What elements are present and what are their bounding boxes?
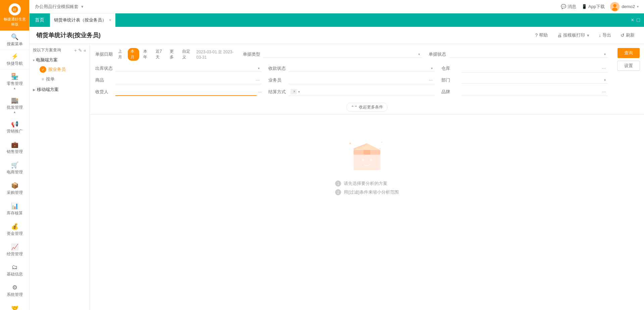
scheme-mobile-group: ▶ 移动端方案 — [30, 85, 90, 94]
quick-icon: ⚡ — [11, 53, 18, 60]
app-icon: 📱 — [582, 4, 587, 9]
empty-state: ✦ ✦ ✦ 1 请先选择要分析的方案 2 用[过滤]条件来缩小分析范围 — [90, 115, 644, 215]
tabbar-window-controls: × □ — [631, 17, 644, 23]
topbar-right: 💬 消息 📱 App下载 demo2 ▾ — [561, 2, 639, 11]
filter-docstate-item: 单据状态 ▾ — [429, 51, 608, 58]
sidebar-item-basic[interactable]: 🗂 基础信息 — [0, 260, 29, 280]
app-logo-text: 畅捷通好生意 标版 — [4, 17, 26, 27]
sidebar-item-marketing[interactable]: 📢 营销推广 — [0, 117, 29, 138]
filter-area: 单据日期 上月 本月 本年 近7天 更多 自定义 — [90, 44, 644, 310]
tip-label-1: 请先选择要分析的方案 — [344, 180, 387, 187]
user-menu[interactable]: demo2 ▾ — [610, 2, 639, 11]
svg-text:好: 好 — [13, 8, 16, 11]
date-tab-more[interactable]: 更多 — [167, 48, 178, 61]
tip-label-2: 用[过滤]条件来缩小分析范围 — [344, 189, 398, 195]
window-close-icon[interactable]: × — [631, 17, 634, 23]
tab-active[interactable]: 销货单统计表（按业务员） × — [50, 13, 115, 27]
filter-paystate-item: 收款状态 ▾ — [268, 65, 435, 72]
logo-icon: 好 — [9, 3, 21, 15]
sidebar-retail-label: 零售管理 — [7, 81, 23, 87]
filter-paymethod-select[interactable]: × ▾ — [288, 88, 435, 96]
filter-docstate-label: 单据状态 — [429, 51, 449, 57]
scheme-edit-icon[interactable]: ✎ — [78, 48, 82, 53]
filter-product-select[interactable]: ··· — [115, 76, 262, 84]
export-button[interactable]: ↓ 导出 — [596, 31, 614, 40]
filter-dept-select[interactable]: ▾ — [462, 77, 608, 84]
filter-salesman-select[interactable]: ··· — [288, 76, 435, 84]
query-button[interactable]: 查询 — [618, 48, 640, 58]
page-title: 销货单统计表(按业务员) — [36, 31, 101, 39]
tip-num-1: 1 — [335, 180, 341, 187]
scheme-desktop-group-title[interactable]: ▾ 电脑端方案 — [33, 56, 86, 64]
receiver-dots-icon[interactable]: ··· — [258, 89, 262, 94]
pay-method-tag-remove[interactable]: × — [293, 89, 296, 94]
app-download-button[interactable]: 📱 App下载 — [582, 4, 605, 10]
message-label: 消息 — [568, 4, 576, 10]
basic-icon: 🗂 — [12, 264, 18, 271]
empty-tips: 1 请先选择要分析的方案 2 用[过滤]条件来缩小分析范围 — [335, 180, 398, 195]
dropdown-arrow[interactable]: ▾ — [81, 4, 84, 9]
message-button[interactable]: 💬 消息 — [561, 4, 576, 10]
scheme-collapse-icon[interactable]: « — [84, 48, 86, 53]
window-max-icon[interactable]: □ — [637, 17, 640, 23]
tip-num-2: 2 — [335, 189, 341, 195]
sidebar-item-finance[interactable]: 💰 资金管理 — [0, 219, 29, 240]
sidebar-item-wholesale[interactable]: 🏬 批发管理 ▲ — [0, 93, 29, 117]
date-tab-lastmonth[interactable]: 上月 — [115, 48, 126, 61]
filter-outstate-item: 出库状态 ▾ — [95, 65, 262, 72]
sidebar-item-system[interactable]: ⚙ 系统管理 — [0, 280, 29, 301]
sidebar-item-business[interactable]: 📈 经营管理 — [0, 240, 29, 260]
tab-close-icon[interactable]: × — [109, 18, 111, 22]
scheme-mobile-group-title[interactable]: ▶ 移动端方案 — [33, 85, 86, 94]
sidebar-item-enterprise[interactable]: 🤝 企业协同 — [0, 301, 29, 310]
sidebar-item-ecommerce[interactable]: 🛒 电商管理 — [0, 158, 29, 178]
scheme-item-salesman[interactable]: ✓ 按业务员 — [36, 64, 86, 74]
scheme-panel-title: 按以下方案查询 — [33, 47, 73, 53]
tab-home[interactable]: 首页 — [30, 13, 50, 27]
scheme-desktop-label: 电脑端方案 — [36, 57, 58, 63]
ecommerce-icon: 🛒 — [11, 161, 18, 169]
settings-button[interactable]: 设置 — [617, 61, 640, 71]
filter-dept-label: 部门 — [441, 77, 462, 83]
scheme-panel-header: 按以下方案查询 + ✎ « — [30, 47, 90, 56]
refresh-button[interactable]: ↺ 刷新 — [618, 31, 637, 40]
date-tab-7days[interactable]: 近7天 — [153, 48, 166, 61]
filter-receiver-item: 收货人 ··· — [95, 88, 262, 96]
filter-date-label: 单据日期 — [95, 51, 115, 57]
sidebar-item-inventory[interactable]: 📊 库存核算 — [0, 199, 29, 219]
filter-outstate-label: 出库状态 — [95, 65, 115, 71]
collapse-button[interactable]: ⌃⌃ 收起更多条件 — [346, 103, 387, 112]
sidebar-item-sales[interactable]: 💼 销售管理 — [0, 138, 29, 158]
sidebar-item-search[interactable]: 🔍 搜索菜单 — [0, 31, 29, 50]
date-tab-thisyear[interactable]: 本年 — [141, 48, 152, 61]
filter-outstate-select[interactable]: ▾ — [115, 65, 262, 72]
filter-doctype-select[interactable]: ▾ — [263, 51, 422, 58]
scheme-sub-item-order[interactable]: ≡ 按单 — [33, 74, 86, 84]
help-button[interactable]: ? 帮助 — [532, 31, 550, 40]
export-label: 导出 — [602, 32, 611, 38]
refresh-label: 刷新 — [626, 32, 635, 38]
print-button[interactable]: 🖨 按模板打印 ▾ — [554, 31, 592, 40]
sidebar-marketing-label: 营销推广 — [7, 128, 23, 134]
sidebar-finance-label: 资金管理 — [7, 231, 23, 237]
filter-date-item: 单据日期 上月 本月 本年 近7天 更多 自定义 — [95, 48, 236, 61]
filter-paystate-select[interactable]: ▾ — [288, 65, 435, 72]
date-tab-custom[interactable]: 自定义 — [179, 48, 194, 61]
finance-icon: 💰 — [11, 223, 18, 230]
app-label: App下载 — [588, 4, 605, 10]
sidebar-search-label: 搜索菜单 — [7, 41, 23, 47]
filter-receiver-input[interactable] — [115, 88, 257, 96]
page-header-actions: ? 帮助 🖨 按模板打印 ▾ ↓ 导出 ↺ 刷新 — [532, 31, 637, 40]
dept-dropdown-icon: ▾ — [604, 78, 606, 82]
sidebar-ecommerce-label: 电商管理 — [7, 169, 23, 175]
sidebar-item-purchase[interactable]: 📦 采购管理 — [0, 178, 29, 199]
filter-product-label: 商品 — [95, 77, 115, 83]
scheme-add-icon[interactable]: + — [74, 48, 77, 53]
sales-icon: 💼 — [11, 141, 18, 148]
sidebar-item-retail[interactable]: 🏪 零售管理 ▲ — [0, 69, 29, 93]
sidebar-item-quick[interactable]: ⚡ 快捷导航 — [0, 50, 29, 69]
filter-brand-select[interactable]: ··· — [462, 88, 608, 96]
date-tab-thismonth[interactable]: 本月 — [128, 48, 139, 61]
filter-docstate-select[interactable]: ▾ — [449, 51, 608, 58]
filter-warehouse-select[interactable]: ··· — [462, 64, 608, 72]
